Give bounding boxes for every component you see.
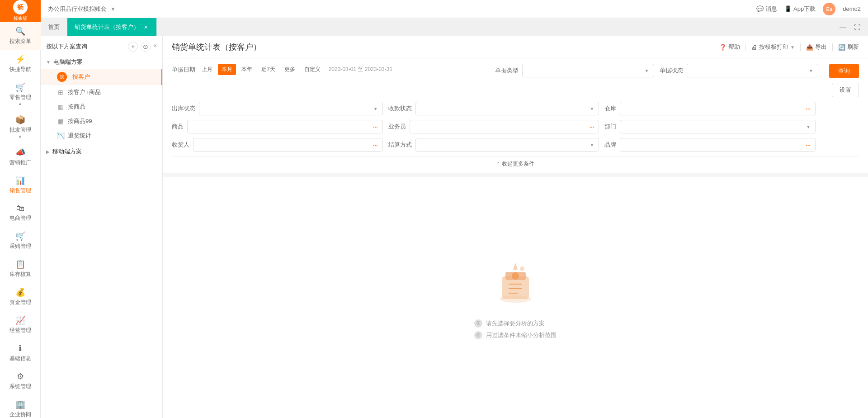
sidebar-item-marketing[interactable]: 📣 营销推广 xyxy=(0,143,41,171)
scheme-item-by-goods-99[interactable]: ▦ 按商品99 xyxy=(41,114,162,128)
scheme-item-by-customer[interactable]: 按 按客户 xyxy=(41,69,162,85)
section-title-label: 电脑端方案 xyxy=(53,58,83,66)
sidebar-item-wholesale[interactable]: 📦 批发管理 ▲ xyxy=(0,110,41,143)
sidebar-logo: 畅 标账版 xyxy=(0,0,41,22)
date-filter: 单据日期 上月 本月 本年 近7天 更多 自定义 2023-03-01 至 20… xyxy=(172,64,490,75)
goods-label: 商品 xyxy=(172,123,184,131)
filter-row-3: 商品 ··· 业务员 ··· 部门 xyxy=(172,120,859,133)
export-label: 导出 xyxy=(815,43,827,51)
sidebar-item-label: 经营管理 xyxy=(9,327,31,334)
collect-status-label: 收款状态 xyxy=(388,104,412,113)
collapse-panel-button[interactable]: « xyxy=(153,42,157,52)
sidebar-item-operation[interactable]: 📈 经营管理 xyxy=(0,311,41,339)
filter-row-1: 单据日期 上月 本月 本年 近7天 更多 自定义 2023-03-01 至 20… xyxy=(172,64,859,97)
date-filter-label: 单据日期 xyxy=(172,66,195,74)
empty-hint-2: ② 用过滤条件来缩小分析范围 xyxy=(474,331,557,339)
brand-dots-icon[interactable]: ··· xyxy=(806,142,811,148)
sidebar-item-purchase[interactable]: 🛒 采购管理 xyxy=(0,227,41,255)
sidebar-item-quick-nav[interactable]: ⚡ 快捷导航 xyxy=(0,50,41,78)
logo-icon: 畅 xyxy=(13,0,28,14)
sidebar-item-basic[interactable]: ℹ 基础信息 xyxy=(0,339,41,367)
ecom-icon: 🛍 xyxy=(16,204,24,213)
scheme-section-desktop-header[interactable]: ▼ 电脑端方案 xyxy=(41,55,162,69)
message-button[interactable]: 💬 消息 xyxy=(756,5,777,13)
scheme-item-label: 按商品 xyxy=(68,103,85,111)
salesperson-dots-icon[interactable]: ··· xyxy=(589,124,594,130)
brand-control[interactable]: ··· xyxy=(620,138,816,152)
logo-text: 标账版 xyxy=(14,15,27,22)
goods-filter: 商品 ··· xyxy=(172,120,383,133)
scheme-section-mobile-header[interactable]: ▶ 移动端方案 xyxy=(41,145,162,158)
add-scheme-button[interactable]: + xyxy=(128,42,138,52)
warehouse-control[interactable]: ··· xyxy=(620,102,816,115)
scheme-item-label: 按客户 xyxy=(72,73,90,81)
divider xyxy=(832,43,833,51)
date-tab-custom[interactable]: 自定义 xyxy=(301,64,324,75)
collapse-more-button[interactable]: ⌃ 收起更多条件 xyxy=(172,156,859,171)
page-header-actions: ❓ 帮助 🖨 按模板打印 ▼ 📤 导出 xyxy=(719,43,859,57)
help-button[interactable]: ❓ 帮助 xyxy=(719,43,740,51)
scheme-item-label: 退货统计 xyxy=(68,132,91,140)
date-tab-this-month[interactable]: 本月 xyxy=(218,64,236,75)
query-button[interactable]: 查询 xyxy=(829,64,859,78)
empty-state-hints: ① 请先选择要分析的方案 ② 用过滤条件来缩小分析范围 xyxy=(474,319,557,339)
department-control[interactable]: ▼ xyxy=(620,120,816,133)
goods-control[interactable]: ··· xyxy=(187,120,383,133)
avatar[interactable]: Ea xyxy=(823,3,835,15)
collect-status-control[interactable]: ▼ xyxy=(415,102,599,115)
tab-home[interactable]: 首页 xyxy=(41,18,67,36)
scheme-item-icon: ▦ xyxy=(57,103,64,110)
sidebar-item-ecom[interactable]: 🛍 电商管理 xyxy=(0,199,41,227)
salesperson-control[interactable]: ··· xyxy=(410,120,599,133)
bill-type-control[interactable]: ▼ xyxy=(522,64,654,77)
scheme-item-return-stat[interactable]: 📉 退货统计 xyxy=(41,128,162,143)
recipient-dots-icon[interactable]: ··· xyxy=(373,142,378,148)
date-tab-this-year[interactable]: 本年 xyxy=(238,64,256,75)
settings-button[interactable]: 设置 xyxy=(832,83,859,97)
hint-num-1: ① xyxy=(474,319,482,328)
sidebar-item-retail[interactable]: 🛒 零售管理 ▲ xyxy=(0,78,41,110)
topbar-dropdown-icon[interactable]: ▼ xyxy=(110,6,116,12)
tab-sales-stat[interactable]: 销货单统计表（按客户） ✕ xyxy=(67,18,157,36)
goods-dots-icon[interactable]: ··· xyxy=(373,124,378,130)
username-label[interactable]: demo2 xyxy=(843,5,861,12)
settlement-control[interactable]: ▼ xyxy=(415,138,599,152)
sidebar-item-enterprise[interactable]: 🏢 企业协同 xyxy=(0,395,41,418)
sidebar-item-inventory[interactable]: 📋 库存核算 xyxy=(0,255,41,283)
sidebar-item-sales[interactable]: 📊 销售管理 xyxy=(0,171,41,199)
page-header: 销货单统计表（按客户） ❓ 帮助 🖨 按模板打印 ▼ 📤 xyxy=(163,36,868,58)
date-tab-last-7days[interactable]: 近7天 xyxy=(258,64,279,75)
print-label: 按模板打印 xyxy=(759,43,788,51)
date-tab-more[interactable]: 更多 xyxy=(281,64,299,75)
page-title: 销货单统计表（按客户） xyxy=(172,42,261,58)
minimize-window-button[interactable]: — xyxy=(837,22,848,33)
out-status-control[interactable]: ▼ xyxy=(199,102,383,115)
app-download-button[interactable]: 📱 App下载 xyxy=(784,5,816,13)
refresh-button[interactable]: 🔄 刷新 xyxy=(838,43,859,51)
empty-state: ① 请先选择要分析的方案 ② 用过滤条件来缩小分析范围 xyxy=(163,177,868,418)
tab-close-icon[interactable]: ✕ xyxy=(142,24,149,31)
sidebar-item-label: 零售管理 xyxy=(9,94,31,101)
bill-status-control[interactable]: ▼ xyxy=(687,64,819,77)
scheme-item-by-customer-goods[interactable]: ⊞ 按客户+商品 xyxy=(41,85,162,100)
svg-marker-7 xyxy=(513,263,518,270)
sidebar-item-system[interactable]: ⚙ 系统管理 xyxy=(0,367,41,395)
sidebar-item-search-menu[interactable]: 🔍 搜索菜单 xyxy=(0,22,41,50)
scheme-item-by-goods[interactable]: ▦ 按商品 xyxy=(41,100,162,114)
date-tab-last-month[interactable]: 上月 xyxy=(198,64,216,75)
print-button[interactable]: 🖨 按模板打印 ▼ xyxy=(751,43,795,51)
scheme-item-icon: ⊞ xyxy=(57,89,64,96)
export-button[interactable]: 📤 导出 xyxy=(806,43,827,51)
bill-type-label: 单据类型 xyxy=(495,66,519,75)
svg-point-3 xyxy=(512,272,519,280)
recipient-control[interactable]: ··· xyxy=(193,138,383,152)
maximize-window-button[interactable]: ⛶ xyxy=(852,22,863,33)
warehouse-dots-icon[interactable]: ··· xyxy=(806,105,811,112)
filter-row-4: 收货人 ··· 结算方式 ▼ 品牌 xyxy=(172,138,859,152)
sidebar-item-label: 企业协同 xyxy=(9,411,31,418)
settlement-arrow-icon: ▼ xyxy=(590,142,594,147)
sidebar-item-label: 搜索菜单 xyxy=(9,38,31,45)
sidebar-item-finance[interactable]: 💰 资金管理 xyxy=(0,283,41,311)
settings-scheme-button[interactable]: ⊙ xyxy=(141,42,151,52)
right-panel: 销货单统计表（按客户） ❓ 帮助 🖨 按模板打印 ▼ 📤 xyxy=(163,36,868,418)
